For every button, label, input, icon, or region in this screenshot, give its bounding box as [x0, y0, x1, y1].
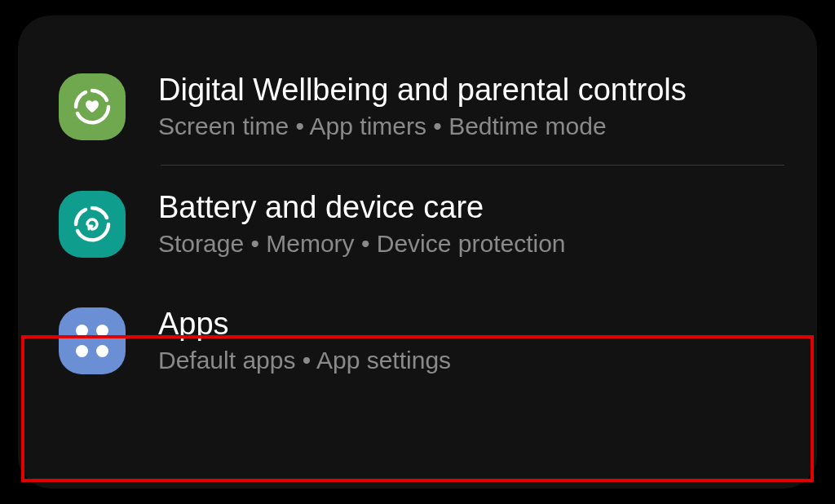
item-content: Battery and device care Storage • Memory…	[158, 190, 784, 258]
item-content: Apps Default apps • App settings	[158, 307, 784, 374]
item-title: Digital Wellbeing and parental controls	[158, 73, 784, 108]
settings-panel: Digital Wellbeing and parental controls …	[18, 15, 817, 489]
item-subtitle: Storage • Memory • Device protection	[158, 230, 784, 258]
item-subtitle: Screen time • App timers • Bedtime mode	[158, 113, 784, 140]
item-title: Apps	[158, 307, 784, 342]
settings-item-apps[interactable]: Apps Default apps • App settings	[18, 282, 817, 399]
wellbeing-icon	[59, 73, 126, 140]
apps-icon	[59, 307, 126, 374]
item-title: Battery and device care	[158, 190, 784, 225]
device-care-icon	[59, 191, 126, 258]
item-subtitle: Default apps • App settings	[158, 347, 784, 374]
settings-item-battery-care[interactable]: Battery and device care Storage • Memory…	[18, 166, 817, 282]
item-content: Digital Wellbeing and parental controls …	[158, 73, 784, 140]
settings-item-digital-wellbeing[interactable]: Digital Wellbeing and parental controls …	[18, 48, 817, 165]
